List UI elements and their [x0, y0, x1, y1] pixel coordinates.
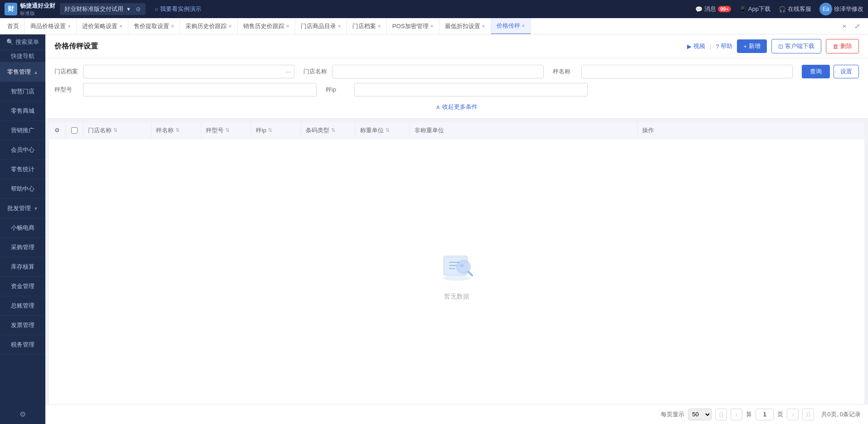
user-name: 徐泽华修改 [834, 5, 863, 13]
video-label: 视频 [693, 42, 705, 50]
page-size-select[interactable]: 20 50 100 [688, 409, 712, 420]
tab-bar-actions: × ⤢ [835, 21, 866, 32]
th-scale-ip[interactable]: 秤ip ⇅ [251, 122, 301, 138]
tab-close-icon[interactable]: × [119, 24, 122, 29]
query-button[interactable]: 查询 [802, 65, 830, 78]
app-logo: 财 畅捷通好业财 标准版 [5, 2, 55, 17]
scale-model-input[interactable] [83, 83, 317, 96]
download-client-button[interactable]: ⊡ 客户端下载 [771, 39, 821, 53]
th-weight-unit[interactable]: 称重单位 ⇅ [356, 122, 410, 138]
tab-close-icon[interactable]: × [286, 24, 289, 29]
sidebar-item-help[interactable]: 帮助中心 [0, 179, 45, 199]
tab-close-icon[interactable]: × [430, 24, 434, 29]
demo-link[interactable]: ○ 我要看实例演示 [155, 5, 201, 13]
app-name: 畅捷通好业财 [20, 2, 55, 10]
tab-purchase-history[interactable]: 采购历史价跟踪 × [180, 18, 238, 34]
page-input[interactable] [756, 409, 774, 420]
th-operation: 操作 [638, 122, 865, 138]
trash-icon: 🗑 [833, 43, 839, 50]
settings-icon[interactable]: ⚙ [136, 6, 141, 13]
store-file-input[interactable] [83, 65, 294, 78]
select-all-checkbox[interactable] [71, 127, 78, 134]
scale-name-input[interactable] [581, 65, 793, 78]
th-settings[interactable]: ⚙ [49, 122, 65, 138]
ellipsis-icon[interactable]: ··· [286, 68, 291, 75]
tab-goods-price[interactable]: 商品价格设置 × [25, 18, 77, 34]
empty-state: 暂无数据 [49, 139, 864, 404]
delete-button[interactable]: 🗑 删除 [826, 39, 859, 53]
sidebar-item-marketing[interactable]: 营销推广 [0, 121, 45, 140]
th-store-name[interactable]: 门店名称 ⇅ [83, 122, 151, 138]
tab-sales-history[interactable]: 销售历史价跟踪 × [238, 18, 295, 34]
store-file-input-wrapper: ··· [83, 65, 294, 78]
sidebar-item-label: 库存核算 [11, 263, 34, 271]
col-scale-ip: 秤ip [256, 126, 266, 135]
tab-close-icon[interactable]: × [482, 24, 485, 29]
logo-icon: 财 [5, 3, 17, 15]
close-tab-button[interactable]: × [839, 21, 850, 32]
chevron-up-icon: ▲ [34, 70, 38, 75]
help-link[interactable]: ? 帮助 [716, 42, 732, 50]
prev-page-button[interactable]: ‹ [731, 409, 742, 420]
play-icon: ▶ [687, 43, 692, 50]
page-label: 算 [746, 410, 752, 419]
page-header: 价格传秤设置 ▶ 视频 | ? 帮助 + 新增 ⊡ 客户端下载 [45, 34, 868, 58]
sidebar-item-tax[interactable]: 税务管理 [0, 335, 45, 355]
video-link[interactable]: ▶ 视频 [687, 42, 705, 50]
sidebar-search[interactable]: 🔍 搜索菜单 [0, 34, 45, 50]
sidebar-item-inventory[interactable]: 库存核算 [0, 257, 45, 277]
sidebar-item-member[interactable]: 会员中心 [0, 140, 45, 160]
app-download-item[interactable]: 📱 App下载 [739, 5, 770, 13]
sidebar-item-wholesale[interactable]: 批发管理 ▼ [0, 199, 45, 218]
sidebar-item-retail-stats[interactable]: 零售统计 [0, 160, 45, 179]
collapse-button[interactable]: ∧ 收起更多条件 [54, 101, 859, 115]
th-scale-name[interactable]: 秤名称 ⇅ [151, 122, 201, 138]
sidebar-item-label: 零售商城 [11, 107, 34, 115]
sidebar-item-invoice[interactable]: 发票管理 [0, 316, 45, 335]
th-barcode-type[interactable]: 条码类型 ⇅ [301, 122, 356, 138]
online-service-item[interactable]: 🎧 在线客服 [779, 5, 811, 13]
tab-pos-encrypt[interactable]: POS加密管理 × [387, 18, 439, 34]
main-layout: 🔍 搜索菜单 快捷导航 零售管理 ▲ 智慧门店 零售商城 营销推广 会员中心 零… [0, 34, 868, 424]
tab-close-icon[interactable]: × [171, 24, 174, 29]
tab-min-discount[interactable]: 最低折扣设置 × [439, 18, 491, 34]
th-scale-model[interactable]: 秤型号 ⇅ [201, 122, 251, 138]
scale-ip-input[interactable] [354, 83, 588, 96]
version-selector[interactable]: 好业财标准版交付试用 ▼ ⚙ [60, 3, 146, 15]
tab-label: 采购历史价跟踪 [185, 22, 227, 30]
content-area: 价格传秤设置 ▶ 视频 | ? 帮助 + 新增 ⊡ 客户端下载 [45, 34, 868, 424]
first-page-button[interactable]: ⟨⟨ [715, 409, 727, 420]
settings-icon: ⚙ [54, 127, 60, 134]
maximize-tab-button[interactable]: ⤢ [852, 21, 863, 32]
sidebar-item-ledger[interactable]: 总账管理 [0, 296, 45, 316]
settings-button[interactable]: 设置 [834, 65, 859, 78]
add-button[interactable]: + 新增 [737, 39, 767, 53]
tab-close-icon[interactable]: × [338, 24, 341, 29]
tab-close-icon[interactable]: × [229, 24, 232, 29]
next-page-button[interactable]: › [787, 409, 799, 420]
user-item[interactable]: Ea 徐泽华修改 [819, 3, 863, 15]
last-page-button[interactable]: ⟩⟩ [802, 409, 814, 420]
tab-store-file[interactable]: 门店档案 × [347, 18, 387, 34]
tab-label: 售价提取设置 [134, 22, 169, 30]
sidebar-item-smart-store[interactable]: 智慧门店 [0, 82, 45, 101]
sidebar-quick-nav[interactable]: 快捷导航 [0, 50, 45, 63]
sidebar-item-retail-mall[interactable]: 零售商城 [0, 101, 45, 121]
sidebar-item-ecommerce[interactable]: 小畅电商 [0, 218, 45, 238]
tab-close-icon[interactable]: × [522, 23, 525, 29]
store-name-input[interactable] [332, 65, 543, 78]
empty-text: 暂无数据 [444, 293, 469, 301]
tab-home[interactable]: 首页 [2, 18, 25, 34]
tab-price-scale[interactable]: 价格传秤 × [491, 18, 531, 34]
sidebar-item-finance[interactable]: 资金管理 [0, 277, 45, 296]
tab-purchase-strategy[interactable]: 进价策略设置 × [77, 18, 128, 34]
sidebar-settings-button[interactable]: ⚙ [0, 405, 45, 424]
sidebar-item-purchase[interactable]: 采购管理 [0, 238, 45, 257]
tab-sale-extract[interactable]: 售价提取设置 × [128, 18, 180, 34]
message-item[interactable]: 💬 消息 99+ [695, 5, 731, 13]
tab-close-icon[interactable]: × [68, 24, 71, 29]
tab-store-catalog[interactable]: 门店商品目录 × [295, 18, 347, 34]
sidebar-item-retail[interactable]: 零售管理 ▲ [0, 63, 45, 82]
tab-close-icon[interactable]: × [378, 24, 381, 29]
th-checkbox[interactable] [65, 122, 83, 138]
